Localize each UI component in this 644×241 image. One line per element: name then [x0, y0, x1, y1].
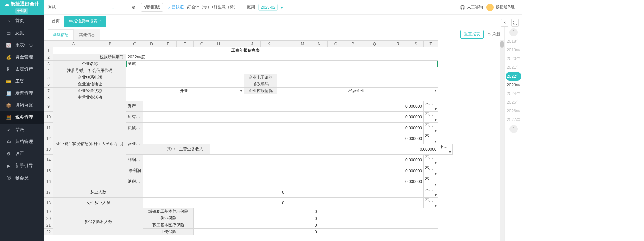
- sidebar-item-fund[interactable]: 💰资金管理: [0, 51, 44, 63]
- year-item[interactable]: 2023年: [506, 81, 521, 89]
- col-header[interactable]: N: [311, 41, 328, 47]
- select-public-main_biz_rev[interactable]: 不公示: [438, 144, 453, 155]
- row-header[interactable]: 11: [44, 123, 53, 133]
- col-header[interactable]: M: [294, 41, 311, 47]
- sidebar-item-tax[interactable]: 🧮税务管理: [0, 111, 44, 124]
- sidebar-item-invoice[interactable]: 🧾发票管理: [0, 87, 44, 99]
- sidebar-item-archive[interactable]: 🗂归档管理: [0, 136, 44, 148]
- row-header[interactable]: 16: [44, 176, 53, 187]
- year-up-button[interactable]: ˄: [509, 28, 518, 36]
- input-phone[interactable]: [126, 74, 244, 81]
- col-header[interactable]: I: [227, 41, 244, 47]
- col-header[interactable]: H: [210, 41, 227, 47]
- row-header[interactable]: 12: [44, 133, 53, 144]
- tab-annual-report[interactable]: 年报信息申报表 ×: [64, 16, 106, 27]
- value-pension[interactable]: 0: [194, 208, 438, 215]
- sub-tab-basic[interactable]: 基础信息: [48, 29, 74, 41]
- sidebar-item-stock[interactable]: 📦进销台账: [0, 99, 44, 111]
- sidebar-item-asset[interactable]: 🗄固定资产: [0, 63, 44, 75]
- reset-button[interactable]: 重置报表: [460, 30, 484, 39]
- year-item[interactable]: 2024年: [506, 89, 521, 98]
- close-icon[interactable]: ×: [99, 19, 102, 23]
- value-total_assets[interactable]: 0.000000: [143, 101, 424, 112]
- col-header[interactable]: Q: [361, 41, 388, 47]
- select-public-total_revenue[interactable]: 不公示: [424, 133, 438, 144]
- row-header[interactable]: 14: [44, 155, 53, 165]
- row-header[interactable]: 1: [44, 47, 53, 54]
- row-header[interactable]: 7: [44, 88, 53, 94]
- select-public-total_liab[interactable]: 不公示: [424, 123, 438, 133]
- year-down-button[interactable]: ˅: [509, 125, 518, 133]
- sub-tab-other[interactable]: 其他信息: [74, 29, 100, 41]
- select-public-total_profit[interactable]: 不公示: [424, 155, 438, 165]
- sidebar-item-ledger[interactable]: ▤总账: [0, 27, 44, 39]
- select-public-total_tax[interactable]: 不公示: [424, 176, 438, 187]
- col-header[interactable]: S: [408, 41, 424, 47]
- company-select[interactable]: 测试 ⌄: [48, 3, 115, 12]
- add-button[interactable]: ＋: [118, 3, 126, 11]
- switch-old-button[interactable]: 切到旧版: [141, 3, 163, 12]
- row-header[interactable]: 22: [44, 229, 53, 235]
- col-header[interactable]: J: [244, 41, 261, 47]
- row-header[interactable]: 9: [44, 101, 53, 112]
- scroll-thumb[interactable]: [500, 41, 504, 48]
- select-public-employees[interactable]: 不公示: [424, 187, 438, 198]
- col-header[interactable]: A: [53, 41, 94, 47]
- select-public-female[interactable]: 不公示: [424, 198, 438, 208]
- sidebar-item-report[interactable]: 📈报表中心: [0, 39, 44, 51]
- col-header[interactable]: O: [328, 41, 344, 47]
- sidebar-item-home[interactable]: ⌂首页: [0, 15, 44, 27]
- input-main-biz[interactable]: [126, 94, 438, 101]
- row-header[interactable]: 4: [44, 67, 53, 74]
- row-header[interactable]: 20: [44, 215, 53, 222]
- tab-close-button[interactable]: ×: [501, 19, 508, 27]
- year-item[interactable]: 2027年: [506, 115, 521, 124]
- row-header[interactable]: 8: [44, 94, 53, 101]
- value-unemployment[interactable]: 0: [194, 215, 438, 222]
- row-header[interactable]: 21: [44, 222, 53, 229]
- row-header[interactable]: 19: [44, 208, 53, 215]
- fullscreen-button[interactable]: ⛶: [511, 19, 519, 27]
- year-item[interactable]: 2022年: [506, 72, 521, 81]
- value-total_profit[interactable]: 0.000000: [143, 155, 424, 165]
- input-postcode[interactable]: [277, 81, 438, 88]
- row-header[interactable]: 17: [44, 187, 53, 198]
- sheet-scroll[interactable]: ABCDEFGHIJKLMNOPQRST 1工商年报信息表2税款所属期间:202…: [44, 40, 504, 241]
- value-total_liab[interactable]: 0.000000: [143, 123, 424, 133]
- col-header[interactable]: R: [388, 41, 408, 47]
- row-header[interactable]: 2: [44, 54, 53, 61]
- row-header[interactable]: 18: [44, 198, 53, 208]
- col-header[interactable]: G: [194, 41, 210, 47]
- row-header[interactable]: 10: [44, 112, 53, 123]
- value-employees[interactable]: 0: [143, 187, 424, 198]
- col-header[interactable]: T: [424, 41, 438, 47]
- year-item[interactable]: 2025年: [506, 98, 521, 107]
- input-email[interactable]: [277, 74, 438, 81]
- row-header[interactable]: 13: [44, 144, 53, 155]
- select-public-owners_equity[interactable]: 不公示: [424, 112, 438, 123]
- period-select[interactable]: 2023-02: [258, 4, 278, 11]
- year-item[interactable]: 2020年: [506, 54, 521, 63]
- col-header[interactable]: F: [177, 41, 194, 47]
- input-credit-code[interactable]: [126, 67, 438, 74]
- sidebar-item-close-acc[interactable]: ✔结账: [0, 124, 44, 136]
- col-header[interactable]: E: [160, 41, 177, 47]
- value-total_tax[interactable]: 0.000000: [143, 176, 424, 187]
- select-holding[interactable]: 私营企业: [277, 88, 438, 94]
- value-tax-period[interactable]: 2022年度: [126, 54, 438, 61]
- input-address[interactable]: [126, 81, 244, 88]
- col-header[interactable]: C: [126, 41, 143, 47]
- select-biz-status[interactable]: 开业: [126, 88, 244, 94]
- tab-home[interactable]: 首页: [47, 16, 64, 27]
- value-total_revenue[interactable]: 0.000000: [143, 133, 424, 144]
- sidebar-item-guide[interactable]: ▶新手引导: [0, 160, 44, 172]
- col-header[interactable]: K: [261, 41, 277, 47]
- row-header[interactable]: 15: [44, 165, 53, 176]
- row-header[interactable]: 6: [44, 81, 53, 88]
- value-female-employees[interactable]: 0: [143, 198, 424, 208]
- value-owners_equity[interactable]: 0.000000: [143, 112, 424, 123]
- period-arrow-icon[interactable]: ▸: [281, 5, 283, 10]
- vertical-scrollbar[interactable]: [500, 40, 504, 241]
- gear-icon[interactable]: ⚙: [129, 3, 138, 11]
- year-item[interactable]: 2018年: [506, 37, 521, 46]
